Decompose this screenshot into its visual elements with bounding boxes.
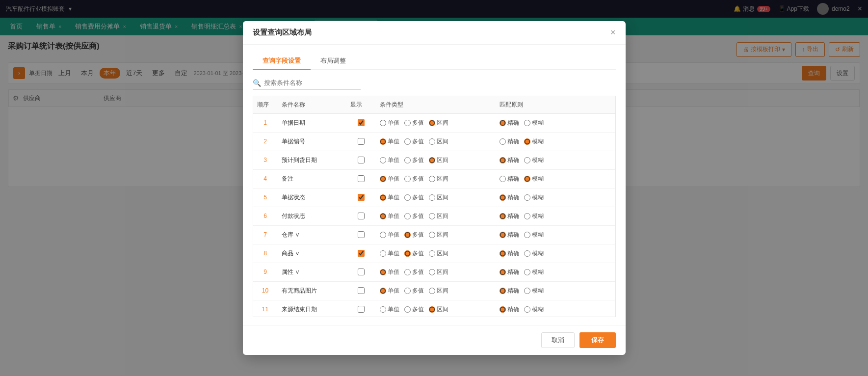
type-single[interactable]: 单值 [380, 212, 399, 220]
display-checkbox[interactable] [358, 119, 365, 126]
type-range[interactable]: 区间 [429, 268, 448, 276]
type-single[interactable]: 单值 [380, 193, 399, 202]
type-single[interactable]: 单值 [380, 137, 399, 146]
match-exact[interactable]: 精确 [500, 287, 519, 295]
type-range[interactable]: 区间 [429, 175, 448, 183]
display-checkbox[interactable] [358, 306, 365, 313]
match-fuzzy[interactable]: 模糊 [524, 212, 544, 220]
row-seq: 2 [253, 138, 278, 145]
type-multi[interactable]: 多值 [404, 119, 424, 127]
type-range[interactable]: 区间 [429, 231, 448, 239]
display-checkbox[interactable] [358, 175, 365, 182]
match-fuzzy[interactable]: 模糊 [524, 175, 544, 183]
table-row: 8 商品 ∨ 单值 多值 区间 [253, 244, 615, 263]
type-single[interactable]: 单值 [380, 119, 399, 127]
display-checkbox[interactable] [358, 250, 365, 257]
search-icon: 🔍 [253, 79, 261, 87]
row-type: 单值 多值 区间 [376, 305, 496, 314]
header-type: 条件类型 [376, 101, 496, 109]
display-checkbox[interactable] [358, 138, 365, 145]
display-checkbox[interactable] [358, 287, 365, 294]
match-exact[interactable]: 精确 [500, 231, 519, 239]
type-single[interactable]: 单值 [380, 287, 399, 295]
match-exact[interactable]: 精确 [500, 193, 519, 202]
type-multi[interactable]: 多值 [404, 268, 424, 276]
type-multi[interactable]: 多值 [404, 175, 424, 183]
type-single[interactable]: 单值 [380, 231, 399, 239]
match-exact[interactable]: 精确 [500, 268, 519, 276]
row-name: 来源结束日期 [278, 305, 346, 314]
match-fuzzy[interactable]: 模糊 [524, 305, 544, 314]
dialog: 设置查询区域布局 × 查询字段设置 布局调整 🔍 [243, 21, 626, 355]
match-exact[interactable]: 精确 [500, 305, 519, 314]
row-display [346, 138, 376, 145]
match-fuzzy[interactable]: 模糊 [524, 156, 544, 164]
display-checkbox[interactable] [358, 231, 365, 238]
type-single[interactable]: 单值 [380, 175, 399, 183]
match-fuzzy[interactable]: 模糊 [524, 137, 544, 146]
match-exact[interactable]: 精确 [500, 119, 519, 127]
row-match: 精确 模糊 [496, 156, 615, 164]
type-single[interactable]: 单值 [380, 156, 399, 164]
modal-overlay: 设置查询区域布局 × 查询字段设置 布局调整 🔍 [0, 0, 868, 376]
row-type: 单值 多值 区间 [376, 212, 496, 220]
match-exact[interactable]: 精确 [500, 249, 519, 258]
row-seq: 10 [253, 287, 278, 294]
row-name: 有无商品图片 [278, 287, 346, 295]
type-multi[interactable]: 多值 [404, 137, 424, 146]
dialog-close-button[interactable]: × [610, 28, 616, 37]
match-exact[interactable]: 精确 [500, 212, 519, 220]
type-multi[interactable]: 多值 [404, 231, 424, 239]
tab-layout-adjust[interactable]: 布局调整 [311, 53, 356, 70]
type-multi[interactable]: 多值 [404, 305, 424, 314]
row-display [346, 250, 376, 257]
type-single[interactable]: 单值 [380, 249, 399, 258]
type-range[interactable]: 区间 [429, 137, 448, 146]
table-row: 9 属性 ∨ 单值 多值 区间 [253, 263, 615, 282]
row-name: 单据日期 [278, 119, 346, 127]
type-multi[interactable]: 多值 [404, 212, 424, 220]
search-box: 🔍 [253, 77, 361, 90]
type-multi[interactable]: 多值 [404, 249, 424, 258]
save-button[interactable]: 保存 [579, 332, 616, 348]
match-fuzzy[interactable]: 模糊 [524, 231, 544, 239]
match-fuzzy[interactable]: 模糊 [524, 119, 544, 127]
match-fuzzy[interactable]: 模糊 [524, 193, 544, 202]
match-exact[interactable]: 精确 [500, 156, 519, 164]
type-multi[interactable]: 多值 [404, 156, 424, 164]
type-range[interactable]: 区间 [429, 156, 448, 164]
row-seq: 7 [253, 231, 278, 238]
row-match: 精确 模糊 [496, 249, 615, 258]
type-range[interactable]: 区间 [429, 305, 448, 314]
display-checkbox[interactable] [358, 269, 365, 275]
type-range[interactable]: 区间 [429, 212, 448, 220]
tab-query-fields[interactable]: 查询字段设置 [253, 53, 311, 70]
display-checkbox[interactable] [358, 157, 365, 163]
row-name: 备注 [278, 175, 346, 183]
match-exact[interactable]: 精确 [500, 175, 519, 183]
row-seq: 3 [253, 157, 278, 163]
display-checkbox[interactable] [358, 213, 365, 219]
table-row: 2 单据编号 单值 多值 区间 [253, 133, 615, 151]
match-fuzzy[interactable]: 模糊 [524, 287, 544, 295]
match-exact[interactable]: 精确 [500, 137, 519, 146]
display-checkbox[interactable] [358, 194, 365, 201]
type-range[interactable]: 区间 [429, 249, 448, 258]
type-range[interactable]: 区间 [429, 287, 448, 295]
search-input[interactable] [264, 79, 352, 86]
type-range[interactable]: 区间 [429, 193, 448, 202]
row-match: 精确 模糊 [496, 212, 615, 220]
match-fuzzy[interactable]: 模糊 [524, 268, 544, 276]
type-single[interactable]: 单值 [380, 268, 399, 276]
row-type: 单值 多值 区间 [376, 119, 496, 127]
type-multi[interactable]: 多值 [404, 287, 424, 295]
row-match: 精确 模糊 [496, 268, 615, 276]
row-display [346, 213, 376, 219]
type-multi[interactable]: 多值 [404, 193, 424, 202]
type-range[interactable]: 区间 [429, 119, 448, 127]
type-single[interactable]: 单值 [380, 305, 399, 314]
match-fuzzy[interactable]: 模糊 [524, 249, 544, 258]
row-type: 单值 多值 区间 [376, 156, 496, 164]
cancel-button[interactable]: 取消 [541, 332, 575, 348]
header-display: 显示 [346, 101, 376, 109]
